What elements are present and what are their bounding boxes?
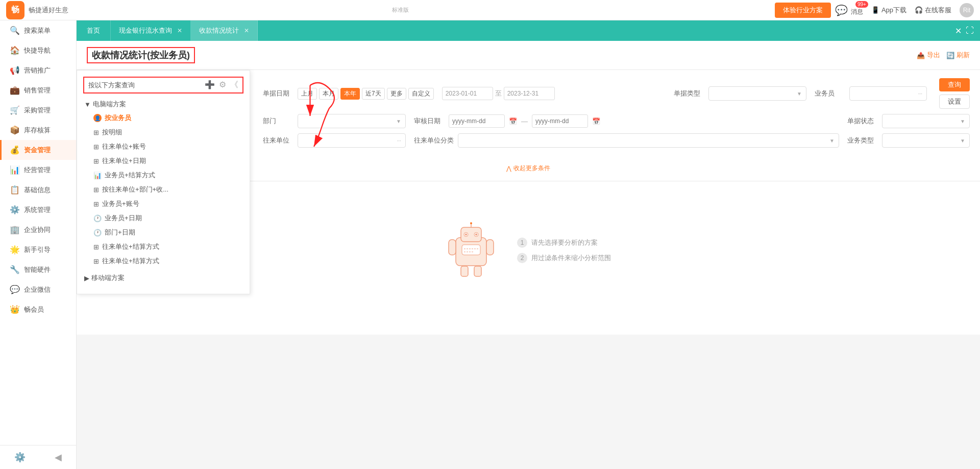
hint-item-1: 1 请先选择要分析的方案: [517, 238, 611, 248]
scheme-item-counterpart-settle1[interactable]: ⊞ 往来单位+结算方式: [83, 240, 243, 254]
date-btn-more[interactable]: 更多: [387, 88, 406, 100]
sidebar-item-quick-nav[interactable]: 🏠 快捷导航: [0, 40, 76, 60]
scheme-item-by-detail[interactable]: ⊞ 按明细: [83, 125, 243, 139]
doc-type-select[interactable]: ▼: [708, 86, 806, 101]
scheme-item-counterpart-settle2[interactable]: ⊞ 往来单位+结算方式: [83, 254, 243, 268]
biz-type-select[interactable]: ▼: [882, 133, 970, 148]
sidebar-item-purchase[interactable]: 🛒 采购管理: [0, 100, 76, 120]
sidebar-item-capital[interactable]: 💰 资金管理: [0, 140, 76, 160]
scheme-item-salesperson-settle[interactable]: 📊 业务员+结算方式: [83, 168, 243, 182]
enterprise-icon: 🏢: [10, 225, 20, 235]
svg-point-6: [465, 233, 467, 236]
scheme-settings-icon[interactable]: ⚙: [219, 80, 226, 90]
date-btn-custom[interactable]: 自定义: [408, 88, 434, 100]
date-from-input[interactable]: [442, 87, 493, 100]
scheme-item-counterpart-date[interactable]: ⊞ 往来单位+日期: [83, 154, 243, 168]
sidebar-item-sales[interactable]: 💼 销售管理: [0, 80, 76, 100]
counterpart-select[interactable]: ···: [298, 133, 406, 148]
tab-maximize-icon[interactable]: ⛶: [966, 26, 974, 35]
sidebar-item-wechat[interactable]: 💬 企业微信: [0, 279, 76, 299]
tab-receipt-stats[interactable]: 收款情况统计 ✕: [191, 20, 258, 41]
sidebar-item-operations[interactable]: 📊 经营管理: [0, 160, 76, 180]
scheme-item-counterpart-dept[interactable]: ⊞ 按往来单位+部门+收...: [83, 182, 243, 197]
date-btn-last-month[interactable]: 上月: [298, 88, 317, 100]
dept-field: 部门 ▼: [263, 114, 406, 128]
sidebar-item-member[interactable]: 👑 畅会员: [0, 299, 76, 319]
sidebar-item-marketing[interactable]: 📢 营销推广: [0, 60, 76, 80]
counterpart-category-chevron: ▼: [829, 138, 835, 144]
messages-btn[interactable]: 💬 99+ 消息: [835, 4, 863, 16]
svg-rect-11: [461, 266, 468, 276]
date-btn-this-year[interactable]: 本年: [340, 88, 360, 100]
scheme-item-dept-date[interactable]: 🕐 部门+日期: [83, 225, 243, 240]
scheme-panel: 按以下方案查询 ➕ ⚙ 《 ▼ 电脑端方案: [77, 70, 250, 294]
sidebar: 🔍 搜索菜单 🏠 快捷导航 📢 营销推广 💼 销售管理 🛒 采购管理 📦 库存核…: [0, 20, 77, 469]
query-btn[interactable]: 查询: [939, 78, 970, 91]
hint-num-2: 2: [517, 253, 527, 263]
scheme-item-counterpart-account[interactable]: ⊞ 往来单位+账号: [83, 139, 243, 154]
review-date-from-input[interactable]: [449, 114, 505, 128]
user-avatar[interactable]: Rit: [960, 3, 974, 17]
review-date-to-input[interactable]: [532, 114, 588, 128]
tab-close-window-icon[interactable]: ✕: [955, 26, 962, 36]
scheme-item-by-salesperson[interactable]: 👤 按业务员: [83, 111, 243, 125]
tab-bank-flow[interactable]: 现金银行流水查询 ✕: [111, 20, 191, 41]
biz-type-label: 业务类型: [847, 136, 878, 145]
sidebar-item-basic-info[interactable]: 📋 基础信息: [0, 180, 76, 200]
scheme-item-salesperson-account[interactable]: ⊞ 业务员+账号: [83, 197, 243, 211]
scheme-icon-cs2: ⊞: [93, 257, 99, 265]
app-download-btn[interactable]: 📱App下载: [871, 6, 906, 15]
date-input-group: 至: [442, 87, 555, 100]
collapse-sidebar-icon[interactable]: ◀: [55, 452, 62, 463]
date-btn-7days[interactable]: 近7天: [362, 88, 385, 100]
scheme-icon-sa: ⊞: [93, 200, 99, 208]
trial-btn[interactable]: 体验行业方案: [775, 3, 831, 18]
search-menu-icon: 🔍: [10, 26, 20, 35]
sidebar-item-search-menu[interactable]: 🔍 搜索菜单: [0, 20, 76, 40]
counterpart-category-select[interactable]: ▼: [458, 133, 839, 148]
sidebar-item-enterprise[interactable]: 🏢 企业协同: [0, 220, 76, 240]
date-dash: 至: [495, 89, 502, 98]
tab-receipt-stats-close[interactable]: ✕: [244, 27, 249, 34]
search-row-3: 往来单位 ··· 往来单位分类 ▼: [263, 133, 970, 148]
sidebar-item-smart-hw[interactable]: 🔧 智能硬件: [0, 260, 76, 279]
doc-status-label: 单据状态: [847, 116, 878, 126]
tab-bar: 首页 现金银行流水查询 ✕ 收款情况统计 ✕ ✕ ⛶: [77, 20, 980, 41]
collapse-conditions-btn[interactable]: ⋀ 收起更多条件: [506, 164, 550, 173]
export-btn[interactable]: 📤 导出: [917, 51, 940, 60]
capital-icon: 💰: [10, 145, 20, 155]
counterpart-label: 往来单位: [263, 136, 293, 145]
dept-select[interactable]: ▼: [298, 114, 406, 128]
refresh-btn[interactable]: 🔄 刷新: [946, 51, 970, 60]
salesperson-field: 业务员 ···: [815, 86, 927, 101]
dept-label: 部门: [263, 116, 293, 126]
scheme-collapse-icon[interactable]: 《: [230, 80, 238, 90]
scheme-icon-dd: 🕐: [93, 229, 102, 237]
doc-status-field: 单据状态 ▼: [847, 114, 970, 128]
tab-home[interactable]: 首页: [77, 20, 111, 41]
member-icon: 👑: [10, 304, 20, 314]
sidebar-item-inventory[interactable]: 📦 库存核算: [0, 120, 76, 140]
scheme-icon-ca: ⊞: [93, 143, 99, 151]
settings-bottom-icon[interactable]: ⚙️: [14, 452, 26, 463]
counterpart-category-field: 往来单位分类 ▼: [414, 133, 839, 148]
sidebar-item-system[interactable]: ⚙️ 系统管理: [0, 200, 76, 220]
app-version: 标准版: [392, 6, 409, 14]
mobile-scheme-group-title[interactable]: ▶ 移动端方案: [83, 271, 243, 285]
sidebar-item-guide[interactable]: 🌟 新手引导: [0, 240, 76, 260]
online-service-btn[interactable]: 🎧在线客服: [915, 6, 951, 15]
date-to-input[interactable]: [504, 87, 555, 100]
date-btn-this-month[interactable]: 本月: [319, 88, 338, 100]
svg-rect-12: [474, 266, 481, 276]
svg-rect-13: [449, 240, 456, 255]
pc-scheme-group-title[interactable]: ▼ 电脑端方案: [83, 98, 243, 111]
add-scheme-icon[interactable]: ➕: [205, 80, 215, 90]
doc-status-select[interactable]: ▼: [882, 114, 970, 128]
empty-content: 1 请先选择要分析的方案 2 用过滤条件来缩小分析范围: [446, 222, 611, 284]
scheme-item-salesperson-date[interactable]: 🕐 业务员+日期: [83, 211, 243, 225]
salesperson-select[interactable]: ···: [849, 86, 927, 101]
review-date-to-cal[interactable]: 📅: [592, 118, 600, 125]
settings-btn[interactable]: 设置: [939, 95, 970, 109]
review-date-from-cal[interactable]: 📅: [509, 118, 517, 125]
tab-bank-flow-close[interactable]: ✕: [177, 27, 182, 34]
